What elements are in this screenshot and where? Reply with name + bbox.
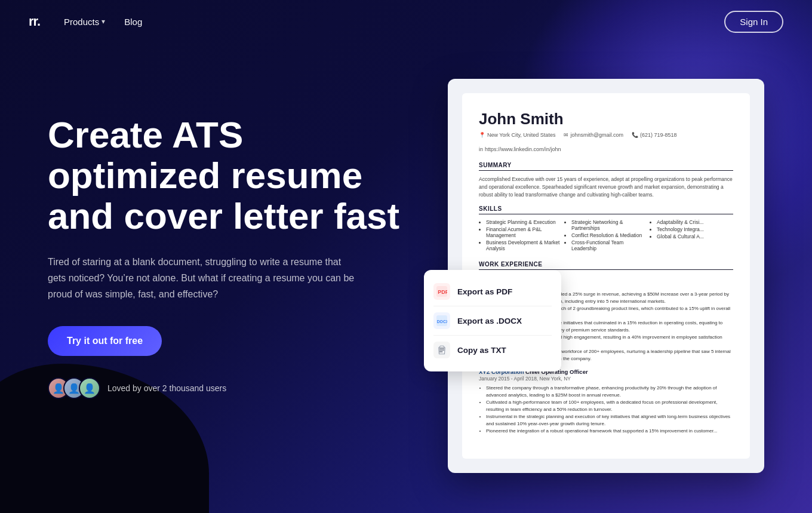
summary-text: Accomplished Executive with over 15 year… — [479, 176, 733, 198]
resume-phone: 📞 (621) 719-8518 — [632, 132, 677, 138]
pdf-icon: PDF — [433, 283, 450, 300]
export-txt-button[interactable]: Copy as TXT — [433, 336, 552, 364]
sign-in-button[interactable]: Sign In — [724, 11, 783, 33]
social-proof: 👤 👤 👤 Loved by over 2 thousand users — [48, 377, 406, 399]
nav-products[interactable]: Products ▾ — [64, 17, 105, 27]
hero-title: Create ATS optimized resume and cover le… — [48, 115, 406, 237]
avatar: 👤 — [79, 377, 100, 399]
svg-text:DOCX: DOCX — [437, 320, 447, 324]
summary-section-title: SUMMARY — [479, 162, 733, 171]
svg-text:PDF: PDF — [438, 289, 447, 295]
docx-icon: DOCX — [433, 312, 450, 329]
job-2-meta: January 2015 - April 2018, New York, NY — [479, 376, 733, 382]
skills-col-3: Adaptability & Crisi... Technology Integ… — [650, 219, 733, 253]
job-2-bullets: Steered the company through a transforma… — [479, 385, 733, 435]
chevron-down-icon: ▾ — [102, 17, 105, 26]
resume-linkedin: in https://www.linkedin.com/in/john — [479, 146, 561, 152]
resume-location: 📍 New York City, United States — [479, 132, 555, 138]
avatar-group: 👤 👤 👤 — [48, 377, 100, 399]
hero-section: Create ATS optimized resume and cover le… — [0, 43, 812, 473]
export-txt-label: Copy as TXT — [457, 346, 506, 355]
cta-button[interactable]: Try it out for free — [48, 326, 162, 356]
hero-left: Create ATS optimized resume and cover le… — [48, 91, 406, 399]
export-docx-label: Export as .DOCX — [457, 317, 522, 325]
txt-icon — [433, 342, 450, 358]
social-proof-text: Loved by over 2 thousand users — [107, 383, 226, 393]
export-docx-button[interactable]: DOCX Export as .DOCX — [433, 306, 552, 336]
products-label: Products — [64, 17, 99, 27]
export-pdf-button[interactable]: PDF Export as PDF — [433, 277, 552, 306]
skills-col-2: Strategic Networking & Partnerships Conf… — [564, 219, 648, 253]
logo[interactable]: rr. — [29, 14, 40, 29]
navbar: rr. Products ▾ Blog Sign In — [0, 0, 812, 43]
resume-card-wrapper: PDF Export as PDF DOCX Export as .DOCX — [448, 79, 764, 473]
hero-subtitle: Tired of staring at a blank document, st… — [48, 254, 358, 303]
skills-grid: Strategic Planning & Execution Financial… — [479, 219, 733, 253]
resume-name: John Smith — [479, 110, 733, 128]
export-popup: PDF Export as PDF DOCX Export as .DOCX — [424, 270, 561, 371]
skills-col-1: Strategic Planning & Execution Financial… — [479, 219, 562, 253]
nav-blog[interactable]: Blog — [124, 17, 142, 27]
hero-right: PDF Export as PDF DOCX Export as .DOCX — [442, 79, 764, 473]
nav-left: rr. Products ▾ Blog — [29, 14, 142, 29]
export-pdf-label: Export as PDF — [457, 287, 512, 296]
resume-contact: 📍 New York City, United States ✉ johnsmi… — [479, 132, 733, 152]
nav-links: Products ▾ Blog — [64, 17, 142, 27]
skills-section-title: SKILLS — [479, 205, 733, 214]
resume-email: ✉ johnsmith@gmail.com — [564, 132, 623, 138]
work-section-title: WORK EXPERIENCE — [479, 261, 733, 270]
